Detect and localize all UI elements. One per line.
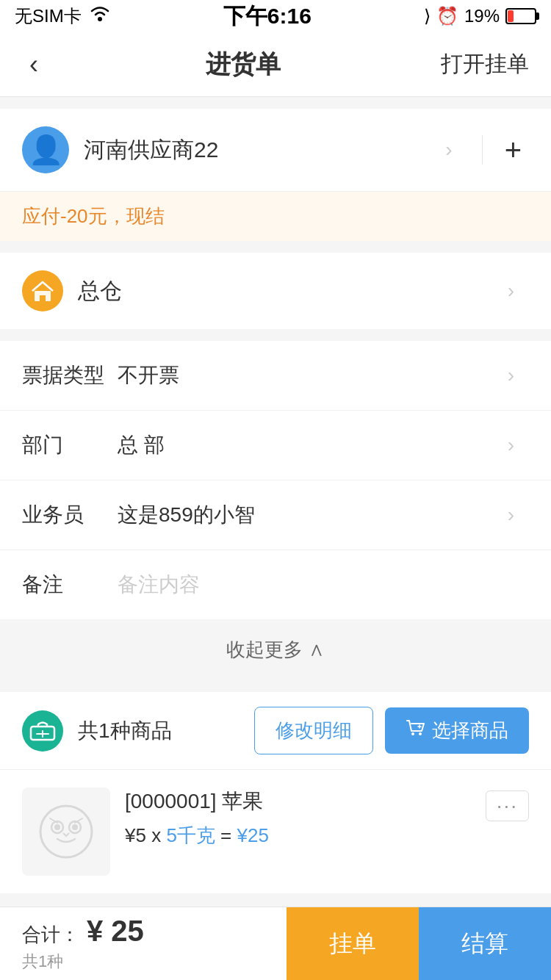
add-button[interactable]: + [497, 134, 529, 167]
supplier-alert: 应付-20元，现结 [0, 192, 551, 241]
total-amount: ¥ 25 [87, 915, 144, 948]
supplier-avatar: 👤 [22, 126, 69, 173]
page-title: 进货单 [206, 48, 281, 82]
department-value: 总 部 [110, 431, 508, 459]
svg-point-9 [54, 824, 60, 830]
open-hang-button[interactable]: 打开挂单 [441, 49, 529, 79]
divider [482, 135, 483, 165]
status-left: 无SIM卡 [15, 4, 111, 28]
remark-input[interactable]: 备注内容 [110, 571, 529, 599]
supplier-chevron-icon: › [445, 138, 452, 162]
salesman-chevron-icon: › [508, 503, 514, 527]
back-button[interactable]: ‹ [22, 42, 46, 87]
footer-total-area: 合计： ¥ 25 共1种 [0, 907, 287, 980]
product-section: 共1种商品 修改明细 选择商品 [0, 692, 551, 893]
invoice-label: 票据类型 [22, 361, 110, 389]
warehouse-row[interactable]: 总仓 › [0, 253, 551, 329]
department-row[interactable]: 部门 总 部 › [0, 411, 551, 480]
product-name: [0000001] 苹果 [125, 788, 486, 815]
product-more-area: ··· [486, 788, 529, 876]
location-icon: ⟩ [424, 6, 431, 26]
salesman-value: 这是859的小智 [110, 501, 508, 529]
warehouse-name: 总仓 [78, 276, 508, 306]
product-count-text: 共1种商品 [78, 717, 254, 745]
product-count-icon [22, 710, 63, 752]
footer-total-top: 合计： ¥ 25 [22, 915, 264, 948]
edit-detail-button[interactable]: 修改明细 [254, 707, 373, 754]
form-section: 票据类型 不开票 › 部门 总 部 › 业务员 这是859的小智 › 备注 备注… [0, 341, 551, 619]
battery-percent: 19% [464, 6, 500, 26]
checkout-button[interactable]: 结算 [419, 907, 551, 980]
product-price: ¥5 x 5千克 = ¥25 [125, 823, 486, 849]
warehouse-section: 总仓 › [0, 253, 551, 329]
salesman-label: 业务员 [22, 501, 110, 529]
battery-icon [505, 8, 536, 24]
nav-bar: ‹ 进货单 打开挂单 [0, 32, 551, 97]
supplier-row[interactable]: 👤 河南供应商22 › + [0, 109, 551, 192]
total-sub: 共1种 [22, 951, 264, 973]
warehouse-chevron-icon: › [508, 279, 514, 303]
svg-point-0 [98, 17, 102, 21]
collapse-button[interactable]: 收起更多 ∧ [0, 619, 551, 680]
wifi-icon [89, 6, 111, 26]
svg-point-6 [40, 806, 92, 857]
status-time: 下午6:16 [223, 1, 311, 32]
remark-label: 备注 [22, 571, 110, 599]
invoice-row[interactable]: 票据类型 不开票 › [0, 341, 551, 411]
product-header: 共1种商品 修改明细 选择商品 [0, 692, 551, 769]
salesman-row[interactable]: 业务员 这是859的小智 › [0, 480, 551, 550]
svg-point-10 [72, 824, 78, 830]
department-label: 部门 [22, 431, 110, 459]
total-label: 合计： [22, 922, 79, 948]
cart-icon [406, 719, 426, 742]
person-icon: 👤 [29, 134, 63, 166]
svg-point-4 [411, 732, 414, 735]
remark-row[interactable]: 备注 备注内容 [0, 550, 551, 619]
product-info: [0000001] 苹果 ¥5 x 5千克 = ¥25 [125, 788, 486, 876]
select-product-button[interactable]: 选择商品 [385, 707, 529, 754]
status-bar: 无SIM卡 下午6:16 ⟩ ⏰ 19% [0, 0, 551, 32]
invoice-chevron-icon: › [508, 364, 514, 387]
svg-point-5 [419, 732, 422, 735]
supplier-section: 👤 河南供应商22 › + 应付-20元，现结 [0, 109, 551, 241]
svg-rect-2 [40, 295, 46, 301]
hang-button[interactable]: 挂单 [287, 907, 419, 980]
carrier-text: 无SIM卡 [15, 4, 82, 28]
product-more-button[interactable]: ··· [486, 790, 529, 821]
alarm-icon: ⏰ [436, 6, 458, 26]
status-right: ⟩ ⏰ 19% [424, 6, 536, 26]
department-chevron-icon: › [508, 433, 514, 457]
product-item: [0000001] 苹果 ¥5 x 5千克 = ¥25 ··· [0, 769, 551, 893]
product-thumb-icon [37, 802, 96, 861]
invoice-value: 不开票 [110, 361, 508, 389]
footer: 合计： ¥ 25 共1种 挂单 结算 [0, 907, 551, 980]
product-thumbnail [22, 788, 110, 876]
warehouse-icon [22, 270, 63, 311]
supplier-name: 河南供应商22 [84, 135, 445, 165]
